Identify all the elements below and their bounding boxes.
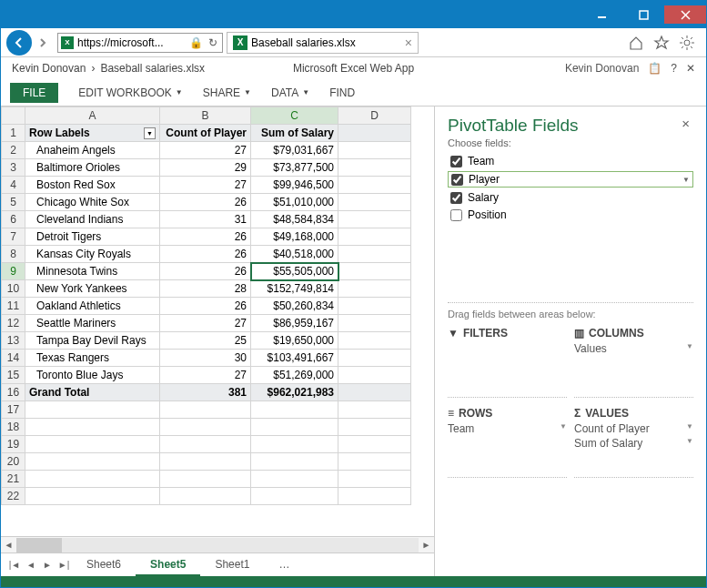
cell[interactable]: $19,650,000	[251, 332, 338, 350]
scroll-left-icon[interactable]: ◄	[1, 540, 16, 550]
cell[interactable]	[160, 488, 251, 505]
cell[interactable]: Minnesota Twins	[25, 263, 160, 280]
cell[interactable]: 31	[160, 211, 251, 228]
cell[interactable]	[338, 280, 411, 298]
col-header-D[interactable]: D	[338, 107, 411, 125]
cell[interactable]	[251, 453, 338, 471]
field-checkbox[interactable]	[451, 174, 463, 186]
field-checkbox[interactable]	[450, 209, 462, 221]
filters-area[interactable]: ▼FILTERS	[448, 325, 567, 398]
scroll-thumb[interactable]	[16, 538, 62, 553]
settings-icon[interactable]	[679, 35, 695, 51]
cell[interactable]: Sum of Salary	[251, 125, 338, 142]
cell[interactable]: $51,010,000	[251, 194, 338, 211]
columns-area[interactable]: ▥COLUMNS Values▼	[574, 325, 693, 398]
cell[interactable]	[251, 471, 338, 488]
cell[interactable]: $55,505,000	[251, 263, 338, 280]
row-header-7[interactable]: 7	[2, 228, 25, 246]
minimize-button[interactable]	[581, 5, 622, 24]
tab-close-icon[interactable]: ×	[405, 35, 412, 50]
menu-share[interactable]: SHARE▼	[203, 86, 251, 99]
forward-button[interactable]	[34, 34, 52, 52]
row-header-4[interactable]: 4	[2, 177, 25, 194]
file-tab[interactable]: FILE	[10, 83, 58, 103]
more-sheets-button[interactable]: …	[264, 554, 304, 576]
cell[interactable]	[160, 436, 251, 453]
cell[interactable]: 27	[160, 315, 251, 332]
refresh-icon[interactable]: ↻	[206, 36, 220, 49]
cell[interactable]: 26	[160, 246, 251, 263]
cell[interactable]	[338, 263, 411, 280]
home-icon[interactable]	[628, 35, 644, 51]
cell[interactable]	[338, 298, 411, 315]
cell[interactable]: Grand Total	[25, 384, 160, 401]
url-input[interactable]	[77, 36, 186, 49]
row-header-22[interactable]: 22	[2, 488, 25, 505]
menu-edit-workbook[interactable]: EDIT WORKBOOK▼	[78, 86, 182, 99]
cell[interactable]	[338, 159, 411, 177]
area-item[interactable]: Values▼	[574, 341, 693, 356]
cell[interactable]	[251, 436, 338, 453]
row-header-2[interactable]: 2	[2, 142, 25, 159]
cell[interactable]: 29	[160, 159, 251, 177]
cell[interactable]	[25, 436, 160, 453]
cell[interactable]	[338, 228, 411, 246]
cell[interactable]	[338, 315, 411, 332]
cell[interactable]: 26	[160, 298, 251, 315]
row-header-15[interactable]: 15	[2, 367, 25, 384]
cell[interactable]	[251, 419, 338, 436]
cell[interactable]: 25	[160, 332, 251, 350]
cell[interactable]: $48,584,834	[251, 211, 338, 228]
row-header-10[interactable]: 10	[2, 280, 25, 298]
cell[interactable]	[338, 488, 411, 505]
next-sheet-icon[interactable]: ►	[39, 560, 56, 570]
col-header-A[interactable]: A	[25, 107, 160, 125]
row-header-6[interactable]: 6	[2, 211, 25, 228]
field-dropdown-icon[interactable]: ▼	[682, 176, 690, 184]
filter-dropdown-icon[interactable]: ▼	[144, 127, 156, 139]
values-area[interactable]: ΣVALUES Count of Player▼Sum of Salary▼	[574, 405, 693, 478]
cell[interactable]: $51,269,000	[251, 367, 338, 384]
cell[interactable]: Kansas City Royals	[25, 246, 160, 263]
cell[interactable]: 381	[160, 384, 251, 401]
col-header-B[interactable]: B	[160, 107, 251, 125]
cell[interactable]	[25, 401, 160, 419]
sheet-tab-sheet5[interactable]: Sheet5	[136, 554, 200, 576]
cell[interactable]: 27	[160, 142, 251, 159]
row-header-1[interactable]: 1	[2, 125, 25, 142]
cell[interactable]: 26	[160, 194, 251, 211]
horizontal-scrollbar[interactable]: ◄ ►	[1, 536, 434, 553]
grid[interactable]: ABCD1Row Labels▼Count of PlayerSum of Sa…	[1, 106, 434, 536]
row-header-9[interactable]: 9	[2, 263, 25, 280]
cell[interactable]	[338, 177, 411, 194]
field-team[interactable]: Team	[448, 154, 693, 168]
rows-area[interactable]: ≡ROWS Team▼	[448, 405, 567, 478]
cell[interactable]	[25, 488, 160, 505]
cell[interactable]: Count of Player	[160, 125, 251, 142]
cell[interactable]	[338, 419, 411, 436]
row-header-12[interactable]: 12	[2, 315, 25, 332]
cell[interactable]: New York Yankees	[25, 280, 160, 298]
row-header-20[interactable]: 20	[2, 453, 25, 471]
cell[interactable]	[251, 488, 338, 505]
cell[interactable]: $73,877,500	[251, 159, 338, 177]
breadcrumb-file[interactable]: Baseball salaries.xlsx	[100, 62, 205, 75]
cell[interactable]	[338, 350, 411, 367]
cell[interactable]: 26	[160, 263, 251, 280]
row-header-18[interactable]: 18	[2, 419, 25, 436]
cell[interactable]: 26	[160, 228, 251, 246]
cell[interactable]: $49,168,000	[251, 228, 338, 246]
first-sheet-icon[interactable]: |◄	[6, 560, 23, 570]
cell[interactable]	[338, 211, 411, 228]
cell[interactable]	[338, 332, 411, 350]
row-header-17[interactable]: 17	[2, 401, 25, 419]
close-button[interactable]	[664, 5, 706, 24]
panel-close-icon[interactable]: ×	[682, 116, 690, 131]
cell[interactable]: Cleveland Indians	[25, 211, 160, 228]
cell[interactable]: Row Labels▼	[25, 125, 160, 142]
address-bar[interactable]: X 🔒 ↻	[57, 33, 223, 53]
field-checkbox[interactable]	[450, 192, 462, 204]
select-all-cell[interactable]	[2, 107, 25, 125]
cell[interactable]	[25, 471, 160, 488]
cell[interactable]: Anaheim Angels	[25, 142, 160, 159]
